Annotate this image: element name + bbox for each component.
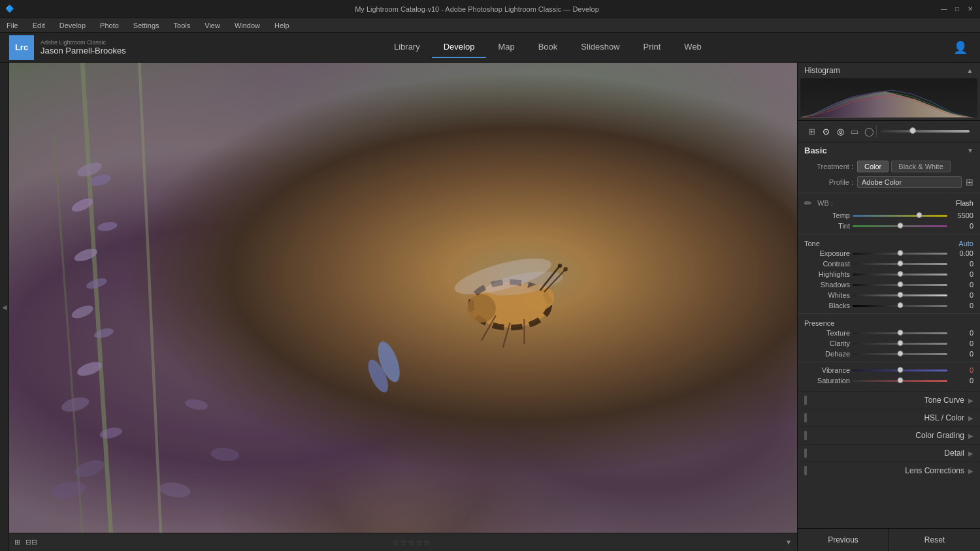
previous-button[interactable]: Previous xyxy=(798,529,889,551)
nav-slideshow[interactable]: Slideshow xyxy=(569,37,631,58)
star-1[interactable]: ☆ xyxy=(392,538,399,547)
temp-slider-track[interactable] xyxy=(853,215,947,217)
saturation-label: Saturation xyxy=(804,377,850,385)
lens-corrections-panel-header[interactable]: Lens Corrections ▶ xyxy=(798,462,980,479)
dehaze-slider-track[interactable] xyxy=(853,353,947,355)
photo-background xyxy=(9,63,797,533)
radial-filter-icon[interactable]: ◯ xyxy=(862,124,876,138)
contrast-slider-track[interactable] xyxy=(853,263,947,265)
star-3[interactable]: ☆ xyxy=(408,538,415,547)
star-rating[interactable]: ☆ ☆ ☆ ☆ ☆ xyxy=(392,538,431,547)
histogram-title: Histogram xyxy=(804,66,840,75)
minimize-button[interactable]: — xyxy=(939,5,949,14)
detail-panel-header[interactable]: Detail ▶ xyxy=(798,444,980,462)
crop-tool-icon[interactable]: ⊞ xyxy=(804,124,819,138)
exposure-slider-handle[interactable] xyxy=(897,250,903,256)
detail-title: Detail xyxy=(812,449,964,458)
compare-button[interactable]: ⊟⊟ xyxy=(25,538,37,546)
nav-develop[interactable]: Develop xyxy=(432,37,487,58)
profile-value[interactable]: Adobe Color xyxy=(857,176,962,188)
menu-settings[interactable]: Settings xyxy=(131,20,162,31)
menu-view[interactable]: View xyxy=(202,20,223,31)
user-icon-button[interactable]: 👤 xyxy=(950,37,971,58)
presence-label: Presence xyxy=(804,319,834,327)
menu-photo[interactable]: Photo xyxy=(97,20,122,31)
right-panel: Histogram ▲ xyxy=(797,63,980,551)
color-grading-title: Color Grading xyxy=(812,431,964,440)
user-info: Adobe Lightroom Classic Jason Parnell-Br… xyxy=(41,39,126,55)
basic-panel-header[interactable]: Basic ▼ xyxy=(798,142,980,159)
highlights-slider-handle[interactable] xyxy=(897,271,903,277)
reset-button[interactable]: Reset xyxy=(889,529,980,551)
eyedropper-icon[interactable]: ✏ xyxy=(804,198,812,208)
nav-web[interactable]: Web xyxy=(672,37,713,58)
view-mode-button[interactable]: ⊞ xyxy=(14,538,20,546)
spot-heal-icon[interactable]: ⊙ xyxy=(819,124,833,138)
menu-develop[interactable]: Develop xyxy=(57,20,88,31)
blacks-slider-track[interactable] xyxy=(853,305,947,307)
clarity-slider-handle[interactable] xyxy=(897,340,903,346)
menu-edit[interactable]: Edit xyxy=(30,20,48,31)
treatment-buttons: Color Black & White xyxy=(857,161,951,172)
hsl-color-panel-header[interactable]: HSL / Color ▶ xyxy=(798,409,980,426)
star-2[interactable]: ☆ xyxy=(400,538,407,547)
tint-slider-handle[interactable] xyxy=(897,223,903,228)
menu-help[interactable]: Help xyxy=(272,20,292,31)
whites-slider-handle[interactable] xyxy=(897,292,903,298)
tone-auto-button[interactable]: Auto xyxy=(958,240,973,247)
profile-grid-icon[interactable]: ⊞ xyxy=(966,177,973,187)
zoom-button[interactable]: ▼ xyxy=(785,539,792,546)
bw-treatment-button[interactable]: Black & White xyxy=(891,161,950,172)
histogram-collapse-icon[interactable]: ▲ xyxy=(966,67,973,74)
nav-book[interactable]: Book xyxy=(527,37,570,58)
lens-corrections-indicator xyxy=(804,466,807,475)
highlights-slider-track[interactable] xyxy=(853,274,947,276)
menu-bar: File Edit Develop Photo Settings Tools V… xyxy=(0,18,980,33)
contrast-slider-handle[interactable] xyxy=(897,260,903,266)
tint-label: Tint xyxy=(804,222,850,230)
tint-slider-track[interactable] xyxy=(853,225,947,227)
left-panel-toggle[interactable]: ◀ xyxy=(0,63,9,551)
red-eye-icon[interactable]: ◎ xyxy=(833,124,847,138)
clarity-slider-track[interactable] xyxy=(853,343,947,345)
saturation-slider-track[interactable] xyxy=(853,380,947,382)
texture-slider-track[interactable] xyxy=(853,332,947,334)
exposure-slider-track[interactable] xyxy=(853,253,947,255)
menu-file[interactable]: File xyxy=(4,20,21,31)
title-bar-text: My Lightroom Catalog-v10 - Adobe Photosh… xyxy=(14,5,939,13)
nav-library[interactable]: Library xyxy=(382,37,432,58)
maximize-button[interactable]: □ xyxy=(953,5,962,14)
shadows-slider-track[interactable] xyxy=(853,284,947,286)
quick-exposure-handle[interactable] xyxy=(909,127,916,134)
hsl-color-title: HSL / Color xyxy=(812,413,964,422)
texture-slider-handle[interactable] xyxy=(897,330,903,336)
whites-slider-track[interactable] xyxy=(853,294,947,296)
star-4[interactable]: ☆ xyxy=(416,538,423,547)
quick-exposure-slider[interactable] xyxy=(881,130,970,133)
tone-curve-panel-header[interactable]: Tone Curve ▶ xyxy=(798,391,980,409)
blacks-slider-row: Blacks 0 xyxy=(798,300,980,311)
nav-print[interactable]: Print xyxy=(632,37,673,58)
color-grading-panel-header[interactable]: Color Grading ▶ xyxy=(798,426,980,444)
menu-tools[interactable]: Tools xyxy=(171,20,193,31)
blacks-slider-handle[interactable] xyxy=(897,302,903,308)
nav-links: Library Develop Map Book Slideshow Print… xyxy=(146,37,950,58)
texture-slider-row: Texture 0 xyxy=(798,328,980,338)
star-5[interactable]: ☆ xyxy=(423,538,431,547)
temp-slider-handle[interactable] xyxy=(916,212,922,218)
menu-window[interactable]: Window xyxy=(232,20,263,31)
tone-curve-indicator xyxy=(804,396,807,405)
dehaze-slider-handle[interactable] xyxy=(897,351,903,356)
nav-map[interactable]: Map xyxy=(486,37,526,58)
dehaze-label: Dehaze xyxy=(804,350,850,358)
color-treatment-button[interactable]: Color xyxy=(857,161,889,172)
saturation-slider-handle[interactable] xyxy=(897,377,903,383)
treatment-row: Treatment : Color Black & White xyxy=(798,159,980,174)
vibrance-slider-handle[interactable] xyxy=(897,367,903,373)
shadows-slider-handle[interactable] xyxy=(897,281,903,287)
vibrance-slider-track[interactable] xyxy=(853,370,947,371)
window-controls[interactable]: — □ ✕ xyxy=(939,5,975,14)
gradient-filter-icon[interactable]: ▭ xyxy=(847,124,862,138)
saturation-value: 0 xyxy=(950,377,973,385)
close-button[interactable]: ✕ xyxy=(966,5,975,14)
